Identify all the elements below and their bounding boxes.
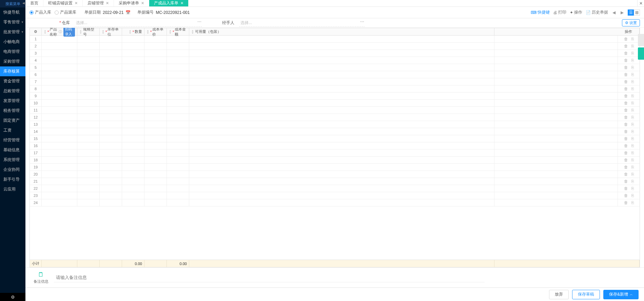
tab-2[interactable]: 店铺管理✕ (83, 0, 114, 6)
copy-icon[interactable]: ⎘ (631, 122, 634, 127)
table-row[interactable]: 2🗑⎘ (30, 43, 640, 50)
col-name[interactable]: ▲▼*产品名称ⓘ扫码录入 (42, 28, 77, 35)
close-icon[interactable]: ✕ (75, 1, 78, 5)
table-row[interactable]: 7🗑⎘ (30, 78, 640, 85)
handler-field[interactable]: 经手人 选择... ⋯ (222, 19, 365, 27)
table-row[interactable]: 15🗑⎘ (30, 135, 640, 142)
info-icon[interactable]: ⓘ (59, 29, 62, 34)
col-index[interactable]: ⚙ (30, 28, 42, 35)
sidebar-item-13[interactable]: 经营管理 (0, 135, 25, 145)
copy-icon[interactable]: ⎘ (631, 101, 634, 105)
search-menu[interactable]: 搜索菜单 ◀ (0, 0, 25, 7)
delete-icon[interactable]: 🗑 (624, 72, 628, 77)
delete-icon[interactable]: 🗑 (624, 172, 628, 177)
delete-icon[interactable]: 🗑 (624, 186, 628, 191)
table-row[interactable]: 18🗑⎘ (30, 157, 640, 164)
col-price[interactable]: ▲▼*成本单价 (144, 28, 167, 35)
save-draft-button[interactable]: 保存草稿 (572, 290, 600, 299)
table-row[interactable]: 9🗑⎘ (30, 93, 640, 100)
shortcut-link[interactable]: ⌨ 快捷键 (531, 9, 550, 15)
sidebar-item-6[interactable]: 库存核算 (0, 66, 25, 76)
history-link[interactable]: 📄 历史单据 (586, 9, 608, 15)
delete-icon[interactable]: 🗑 (624, 165, 628, 169)
table-row[interactable]: 20🗑⎘ (30, 171, 640, 178)
ellipsis-icon[interactable]: ⋯ (197, 19, 201, 24)
delete-icon[interactable]: 🗑 (624, 129, 628, 134)
sidebar-item-12[interactable]: 工资 (0, 125, 25, 135)
delete-icon[interactable]: 🗑 (624, 108, 628, 113)
radio-product-in[interactable]: 产品入库 (30, 9, 51, 15)
sidebar-item-3[interactable]: 小畅电商 (0, 37, 25, 47)
sidebar-item-7[interactable]: 资金管理 (0, 76, 25, 86)
next-icon[interactable]: ▶ (620, 10, 624, 15)
delete-icon[interactable]: 🗑 (624, 65, 628, 70)
delete-icon[interactable]: 🗑 (624, 44, 628, 48)
table-row[interactable]: 12🗑⎘ (30, 114, 640, 121)
delete-icon[interactable]: 🗑 (624, 101, 628, 105)
table-row[interactable]: 16🗑⎘ (30, 142, 640, 149)
view-list[interactable]: ☰ (628, 9, 634, 16)
delete-icon[interactable]: 🗑 (624, 179, 628, 184)
table-row[interactable]: 13🗑⎘ (30, 121, 640, 128)
table-row[interactable]: 1🗑⎘ (30, 36, 640, 43)
close-icon[interactable]: ✕ (141, 1, 144, 5)
sidebar-item-18[interactable]: 云应用 (0, 184, 25, 194)
copy-icon[interactable]: ⎘ (631, 72, 634, 77)
table-row[interactable]: 22🗑⎘ (30, 185, 640, 192)
tab-1[interactable]: 旺铺店铺设置✕ (43, 0, 83, 6)
table-row[interactable]: 14🗑⎘ (30, 128, 640, 135)
copy-icon[interactable]: ⎘ (631, 129, 634, 134)
copy-icon[interactable]: ⎘ (631, 79, 634, 84)
sidebar-item-9[interactable]: 发票管理 (0, 96, 25, 106)
col-qty[interactable]: ▲▼*数量 (122, 28, 144, 35)
col-amount[interactable]: ▲▼*成本金额 (167, 28, 189, 35)
delete-icon[interactable]: 🗑 (624, 37, 628, 41)
sidebar-item-11[interactable]: 固定资产 (0, 116, 25, 125)
delete-icon[interactable]: 🗑 (624, 158, 628, 162)
close-all-tabs[interactable]: ✕ (637, 0, 644, 6)
copy-icon[interactable]: ⎘ (631, 115, 634, 120)
delete-icon[interactable]: 🗑 (624, 51, 628, 56)
sidebar-item-2[interactable]: 批发管理▼ (0, 27, 25, 37)
copy-icon[interactable]: ⎘ (631, 94, 634, 98)
col-available[interactable]: ▲▼可用量（包装） (189, 28, 494, 35)
copy-icon[interactable]: ⎘ (631, 186, 634, 191)
table-row[interactable]: 19🗑⎘ (30, 164, 640, 171)
view-grid[interactable]: ⊞ (634, 9, 640, 16)
scan-badge[interactable]: 扫码录入 (63, 28, 75, 37)
print-link[interactable]: 🖨 打印 (553, 9, 566, 15)
save-new-button[interactable]: 保存&新增︿ (603, 290, 639, 299)
date-value[interactable]: 2022-09-21 (103, 10, 123, 15)
calendar-icon[interactable]: 📅 (125, 10, 131, 15)
copy-icon[interactable]: ⎘ (631, 179, 634, 184)
sidebar-item-4[interactable]: 电商管理 (0, 47, 25, 57)
tab-0[interactable]: 首页 (25, 0, 43, 6)
copy-icon[interactable]: ⎘ (631, 143, 634, 148)
copy-icon[interactable]: ⎘ (631, 37, 634, 41)
copy-icon[interactable]: ⎘ (631, 108, 634, 113)
delete-icon[interactable]: 🗑 (624, 58, 628, 63)
delete-icon[interactable]: 🗑 (624, 136, 628, 141)
table-row[interactable]: 10🗑⎘ (30, 100, 640, 107)
col-spec[interactable]: ▲▼规格型号 (77, 28, 100, 35)
table-row[interactable]: 11🗑⎘ (30, 107, 640, 114)
sidebar-item-5[interactable]: 采购管理 (0, 57, 25, 66)
delete-icon[interactable]: 🗑 (624, 150, 628, 155)
warehouse-input[interactable]: 选择... ⋯ (75, 19, 202, 27)
copy-icon[interactable]: ⎘ (631, 158, 634, 162)
table-row[interactable]: 5🗑⎘ (30, 64, 640, 71)
operate-link[interactable]: ✦ 操作 (570, 9, 582, 15)
table-row[interactable]: 17🗑⎘ (30, 149, 640, 157)
copy-icon[interactable]: ⎘ (631, 200, 634, 205)
warehouse-field[interactable]: *仓库 选择... ⋯ (59, 19, 202, 27)
discard-button[interactable]: 放弃 (549, 290, 569, 299)
table-row[interactable]: 8🗑⎘ (30, 85, 640, 93)
table-row[interactable]: 21🗑⎘ (30, 178, 640, 185)
copy-icon[interactable]: ⎘ (631, 193, 634, 198)
delete-icon[interactable]: 🗑 (624, 193, 628, 198)
copy-icon[interactable]: ⎘ (631, 172, 634, 177)
copy-icon[interactable]: ⎘ (631, 150, 634, 155)
delete-icon[interactable]: 🗑 (624, 115, 628, 120)
delete-icon[interactable]: 🗑 (624, 122, 628, 127)
gear-icon[interactable]: ⚙ (11, 295, 15, 300)
